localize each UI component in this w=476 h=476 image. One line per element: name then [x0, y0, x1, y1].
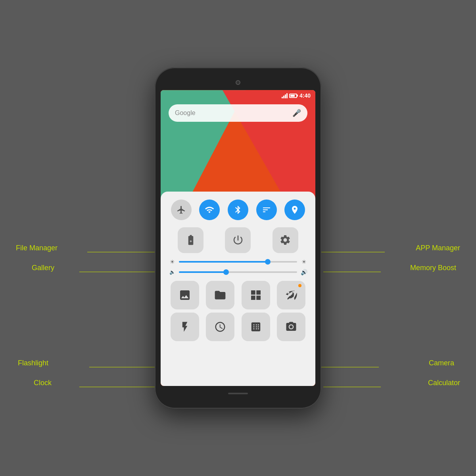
action-power[interactable]	[225, 227, 251, 253]
annotation-calculator: Calculator	[428, 379, 460, 387]
app-file-manager[interactable]	[206, 281, 234, 309]
toggle-airplane[interactable]	[171, 200, 192, 220]
phone-bottom	[160, 386, 316, 401]
signal-icon	[282, 93, 288, 98]
rocket-icon	[285, 289, 298, 301]
battery-action-icon	[185, 234, 197, 246]
quick-settings-panel: ☀ ☀ 🔈 🔊	[161, 192, 315, 386]
annotation-app-manager: APP Manager	[416, 244, 460, 252]
app-clock[interactable]	[206, 313, 234, 341]
camera-icon	[285, 321, 297, 333]
toggle-bluetooth[interactable]	[228, 200, 248, 220]
action-battery[interactable]	[178, 227, 203, 253]
app-row-2	[167, 313, 309, 341]
bluetooth-icon	[233, 205, 243, 215]
battery-icon	[289, 94, 297, 98]
annotation-gallery: Gallery	[32, 264, 54, 272]
data-icon	[262, 205, 271, 215]
power-icon	[232, 234, 244, 246]
search-text: Google	[175, 109, 196, 117]
app-row-1	[167, 281, 309, 309]
clock-icon	[214, 321, 226, 333]
volume-track[interactable]	[179, 271, 297, 273]
app-camera[interactable]	[277, 313, 305, 341]
action-settings[interactable]	[273, 227, 298, 253]
phone-top-bar	[160, 75, 316, 90]
annotation-camera: Camera	[429, 359, 454, 367]
toggle-location[interactable]	[284, 200, 305, 220]
phone-shell: 4:40 Google 🎤	[155, 67, 321, 409]
airplane-icon	[177, 205, 186, 215]
status-bar: 4:40	[161, 90, 315, 101]
mic-icon[interactable]: 🎤	[292, 109, 301, 117]
brightness-low-icon: ☀	[169, 259, 176, 265]
volume-high-icon: 🔊	[300, 269, 307, 275]
volume-low-icon: 🔈	[169, 269, 176, 275]
settings-gear-icon	[279, 234, 291, 246]
folder-icon	[214, 289, 226, 301]
flashlight-icon	[179, 321, 191, 333]
annotation-file-manager: File Manager	[16, 244, 58, 252]
status-time: 4:40	[299, 92, 311, 99]
app-calculator[interactable]	[242, 313, 270, 341]
app-gallery[interactable]	[171, 281, 199, 309]
location-icon	[290, 205, 299, 215]
brightness-high-icon: ☀	[300, 259, 307, 265]
action-row	[167, 227, 309, 253]
annotation-flashlight: Flashlight	[18, 359, 48, 367]
toggle-row	[167, 200, 309, 220]
app-memory-boost[interactable]	[277, 281, 305, 309]
app-app-manager[interactable]	[242, 281, 270, 309]
grid-icon	[250, 289, 262, 301]
annotation-memory-boost: Memory Boost	[410, 264, 456, 272]
calculator-icon	[250, 321, 262, 333]
toggle-data[interactable]	[256, 200, 277, 220]
volume-slider-row: 🔈 🔊	[167, 269, 309, 275]
toggle-wifi[interactable]	[199, 200, 220, 220]
annotation-clock: Clock	[34, 379, 52, 387]
search-bar[interactable]: Google 🎤	[169, 104, 307, 122]
wifi-icon	[205, 205, 214, 215]
gallery-icon	[178, 289, 191, 301]
phone-camera	[236, 80, 240, 85]
brightness-slider-row: ☀ ☀	[167, 259, 309, 265]
phone-screen: 4:40 Google 🎤	[161, 90, 315, 386]
brightness-track[interactable]	[179, 261, 297, 263]
app-flashlight[interactable]	[171, 313, 199, 341]
